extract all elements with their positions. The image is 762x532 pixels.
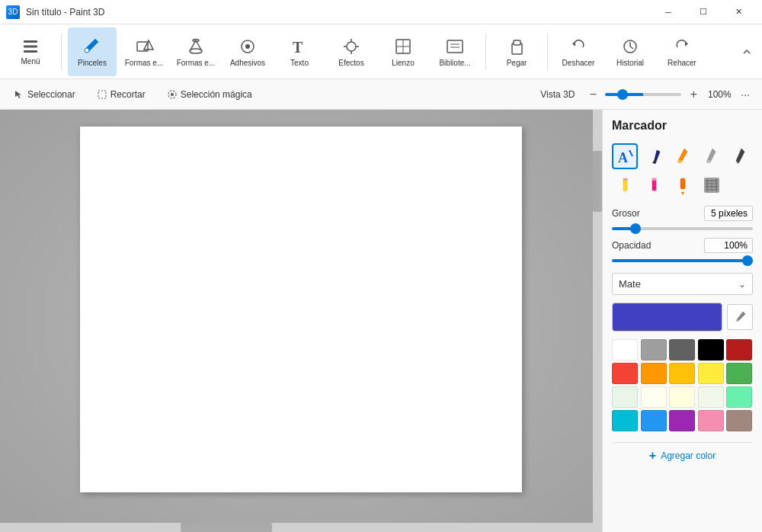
brush-pencil[interactable] [612, 172, 638, 198]
add-color-button[interactable]: + Agregar color [612, 442, 753, 469]
svg-rect-46 [681, 189, 684, 192]
add-color-label: Agregar color [661, 450, 716, 461]
zoom-more-button[interactable]: ··· [738, 87, 753, 102]
minimize-button[interactable]: ─ [651, 0, 686, 24]
finish-label: Mate [619, 278, 641, 290]
toolbar-historial[interactable]: Historial [606, 27, 655, 76]
crop-tool[interactable]: Recortar [92, 86, 150, 103]
zoom-in-button[interactable]: + [686, 88, 701, 101]
toolbar-historial-label: Historial [616, 59, 644, 68]
brush-orange[interactable] [670, 143, 696, 169]
color-cell-18[interactable] [698, 410, 724, 431]
finish-dropdown[interactable]: Mate ⌄ [612, 273, 753, 295]
svg-rect-44 [652, 178, 656, 181]
magic-select-label: Selección mágica [181, 89, 252, 100]
toolbar-deshacer[interactable]: Deshacer [554, 27, 603, 76]
color-cell-7[interactable] [669, 363, 695, 384]
color-cell-13[interactable] [698, 386, 724, 408]
color-cell-14[interactable] [726, 386, 752, 408]
color-cell-15[interactable] [612, 410, 638, 431]
svg-point-9 [245, 44, 250, 49]
color-cell-2[interactable] [669, 339, 695, 361]
toolbar-formas3d[interactable]: Formas e... [171, 27, 220, 76]
brush-gray[interactable] [699, 143, 725, 169]
toolbar-biblioteca[interactable]: Bibliote... [431, 27, 479, 76]
horizontal-scrollbar-thumb[interactable] [181, 523, 272, 532]
toolbar-texto-label: Texto [290, 59, 309, 68]
color-cell-8[interactable] [698, 363, 724, 384]
svg-rect-29 [98, 91, 106, 98]
svg-rect-2 [24, 50, 37, 53]
canvas-area[interactable] [0, 110, 602, 532]
toolbar-menu[interactable]: Menú [6, 27, 55, 76]
color-swatch-row [612, 303, 753, 332]
svg-line-27 [630, 46, 633, 49]
color-cell-3[interactable] [698, 339, 724, 361]
toolbar-formas2d[interactable]: Formas e... [120, 27, 168, 76]
brush-pencil2[interactable] [641, 172, 667, 198]
horizontal-scrollbar[interactable] [0, 523, 602, 532]
brush-grid: A [612, 143, 753, 198]
brush-pen[interactable] [641, 143, 667, 169]
svg-text:T: T [293, 39, 303, 56]
toolbar-adhesivos[interactable]: Adhesivos [223, 27, 272, 76]
color-cell-16[interactable] [641, 410, 667, 431]
opacidad-value: 100% [704, 238, 753, 253]
color-cell-9[interactable] [726, 363, 752, 384]
toolbar-efectos[interactable]: Efectos [327, 27, 376, 76]
toolbar-texto[interactable]: T Texto [275, 27, 324, 76]
select-tool[interactable]: Seleccionar [9, 86, 80, 103]
main-content: Marcador A [0, 110, 762, 532]
3d-view-label: Vista 3D [540, 89, 575, 100]
right-panel: Marcador A [602, 110, 762, 532]
maximize-button[interactable]: ☐ [686, 0, 721, 24]
zoom-slider[interactable] [605, 93, 681, 96]
toolbar-collapse[interactable] [738, 43, 756, 61]
toolbar-adhesivos-label: Adhesivos [230, 59, 265, 68]
opacidad-slider[interactable] [612, 259, 753, 262]
brush-marker-a[interactable]: A [612, 143, 638, 169]
toolbar-pegar[interactable]: Pegar [492, 27, 541, 76]
crop-label: Recortar [110, 89, 146, 100]
toolbar-lienzo[interactable]: Lienzo [379, 27, 427, 76]
panel-title: Marcador [612, 119, 753, 133]
toolbar-separator-1 [61, 34, 62, 70]
vertical-scrollbar[interactable] [593, 110, 602, 523]
color-cell-4[interactable] [726, 339, 752, 361]
svg-rect-19 [447, 40, 463, 53]
toolbar-deshacer-label: Deshacer [562, 59, 595, 68]
grosor-slider[interactable] [612, 227, 753, 230]
toolbar-separator-3 [547, 34, 548, 70]
svg-line-33 [629, 150, 632, 156]
close-button[interactable]: ✕ [721, 0, 756, 24]
grosor-label: Grosor [612, 208, 640, 219]
svg-point-11 [347, 42, 356, 51]
color-palette [612, 339, 753, 431]
brush-marker2[interactable] [670, 172, 696, 198]
svg-point-6 [190, 49, 202, 53]
color-cell-17[interactable] [669, 410, 695, 431]
color-cell-6[interactable] [641, 363, 667, 384]
title-bar: 3D Sin título - Paint 3D ─ ☐ ✕ [0, 0, 762, 24]
color-cell-19[interactable] [726, 410, 752, 431]
toolbar-rehacer[interactable]: Rehacer [658, 27, 706, 76]
color-cell-10[interactable] [612, 386, 638, 408]
color-cell-5[interactable] [612, 363, 638, 384]
color-cell-0[interactable] [612, 339, 638, 361]
toolbar-biblioteca-label: Bibliote... [439, 59, 470, 68]
brush-texture[interactable] [699, 172, 725, 198]
magic-select-tool[interactable]: Selección mágica [162, 86, 257, 103]
zoom-out-button[interactable]: − [585, 88, 600, 101]
vertical-scrollbar-thumb[interactable] [593, 151, 602, 212]
toolbar-pinceles[interactable]: Pinceles [68, 27, 117, 76]
svg-point-36 [706, 160, 711, 163]
color-cell-12[interactable] [669, 386, 695, 408]
selected-color-swatch[interactable] [612, 303, 722, 332]
color-cell-11[interactable] [641, 386, 667, 408]
drawing-canvas[interactable] [80, 127, 522, 492]
eyedropper-button[interactable] [727, 304, 753, 330]
svg-text:A: A [618, 150, 628, 165]
svg-point-31 [171, 93, 174, 96]
color-cell-1[interactable] [641, 339, 667, 361]
brush-dark[interactable] [728, 143, 754, 169]
